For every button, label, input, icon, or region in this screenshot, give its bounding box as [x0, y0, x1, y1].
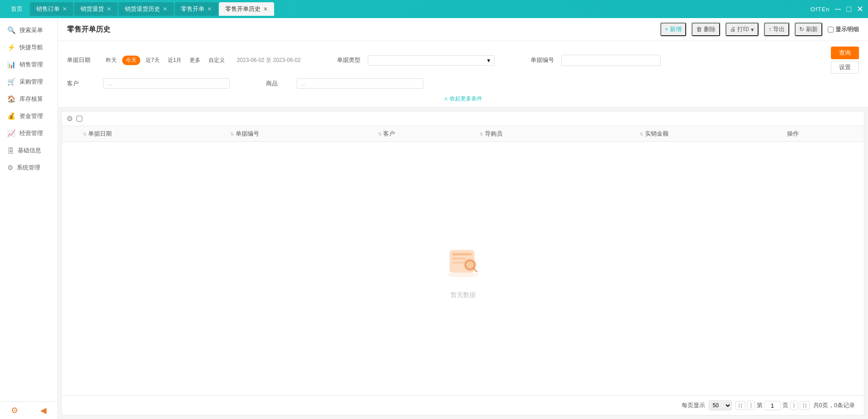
tab-home-label: 首页	[11, 5, 23, 13]
sidebar-item-search[interactable]: 🔍 搜索采单	[0, 22, 57, 39]
sort-amount-icon: ⇅	[640, 132, 643, 137]
col-amount-label: 实销金额	[645, 130, 669, 137]
query-button[interactable]: 查询	[831, 47, 859, 59]
window-controls: OfTEn ─ □ ✕	[811, 4, 863, 14]
select-all-checkbox[interactable]	[76, 116, 82, 122]
table-area: ⚙ ⇅ 单据日期 ⇅ 单据编号 ⇅ 客户 ⇅ 导购员 ⇅ 实销金额 操作	[62, 111, 864, 415]
print-button[interactable]: 🖨 打印 ▾	[726, 23, 759, 36]
sidebar-item-purchase-label: 采购管理	[19, 78, 43, 86]
sidebar-item-basic-info[interactable]: 🗄 基础信息	[0, 142, 57, 159]
date-btn-1month[interactable]: 近1月	[165, 56, 185, 65]
sort-number-icon: ⇅	[230, 132, 234, 137]
sidebar-item-purchase[interactable]: 🛒 采购管理	[0, 73, 57, 90]
sidebar-item-basic-info-label: 基础信息	[18, 146, 41, 155]
tab-retail-order-history[interactable]: 零售开单历史 ✕	[219, 2, 274, 16]
col-date-label: 单据日期	[88, 130, 112, 137]
empty-area: 暂无数据	[62, 142, 864, 395]
col-amount[interactable]: ⇅ 实销金额	[635, 126, 783, 142]
col-empty	[600, 126, 635, 142]
doc-type-select[interactable]: ▾	[368, 55, 494, 66]
sidebar-item-system[interactable]: ⚙ 系统管理	[0, 159, 57, 176]
sidebar-item-sales[interactable]: 📊 销售管理	[0, 56, 57, 73]
col-number[interactable]: ⇅ 单据编号	[226, 126, 373, 142]
sidebar-item-finance-label: 资金管理	[19, 112, 43, 120]
show-detail-checkbox-label[interactable]: 显示明细	[828, 25, 859, 33]
empty-illustration	[441, 239, 486, 284]
tab-retail-order-history-label: 零售开单历史	[225, 5, 261, 13]
sort-date-icon: ⇅	[83, 132, 86, 137]
date-btn-yesterday[interactable]: 昨天	[103, 56, 119, 65]
sidebar-collapse-button[interactable]: ◀	[40, 405, 47, 415]
sidebar-item-finance[interactable]: 💰 资金管理	[0, 108, 57, 125]
date-btn-today[interactable]: 今天	[122, 56, 140, 65]
window-max-button[interactable]: □	[846, 5, 851, 14]
col-date[interactable]: ⇅ 单据日期	[78, 126, 226, 142]
tab-sales-order[interactable]: 销售订单 ✕	[30, 2, 73, 16]
setting-button[interactable]: 设置	[831, 61, 859, 74]
tab-sales-return-label: 销货退货	[81, 5, 104, 13]
tab-sales-return-history[interactable]: 销货退货历史 ✕	[119, 2, 174, 16]
date-btn-custom[interactable]: 自定义	[206, 56, 228, 65]
show-detail-checkbox[interactable]	[828, 27, 834, 33]
svg-rect-2	[452, 253, 472, 255]
table-toolbar: ⚙	[62, 112, 864, 126]
empty-text: 暂无数据	[451, 291, 476, 299]
goods-input[interactable]: ...	[297, 78, 423, 89]
tab-sales-return-close[interactable]: ✕	[107, 6, 111, 12]
filter-row-1: 单据日期 昨天 今天 近7天 近1月 更多 自定义 2023-06-02 至 2…	[67, 47, 859, 74]
pagination: 每页显示 50 100 200 ⟨⟨ ⟨ 第 页 ⟩ ⟩⟩ 共0页，0条记录	[62, 395, 864, 415]
tab-home[interactable]: 首页	[5, 2, 29, 16]
col-salesperson[interactable]: ⇅ 导购员	[475, 126, 600, 142]
tab-retail-order-close[interactable]: ✕	[207, 6, 212, 12]
brand-name: OfTEn	[811, 6, 830, 13]
tab-retail-order[interactable]: 零售开单 ✕	[175, 2, 218, 16]
goods-label: 商品	[266, 80, 293, 88]
last-page-button[interactable]: ⟩⟩	[800, 401, 810, 410]
tab-sales-return-history-close[interactable]: ✕	[163, 6, 167, 12]
sidebar-item-inventory-label: 库存核算	[19, 95, 43, 103]
export-button[interactable]: ↑ 导出	[764, 23, 789, 36]
tab-sales-order-close[interactable]: ✕	[62, 6, 67, 12]
window-close-button[interactable]: ✕	[857, 4, 863, 14]
col-customer[interactable]: ⇅ 客户	[374, 126, 475, 142]
filter-row-2: 客户 ... 商品 ...	[67, 78, 859, 89]
table-settings-icon[interactable]: ⚙	[66, 114, 73, 123]
collapse-bar[interactable]: ∧ 收起更多条件	[67, 93, 859, 104]
doc-type-label: 单据类型	[337, 56, 364, 64]
customer-label: 客户	[67, 80, 94, 88]
per-page-select[interactable]: 50 100 200	[709, 400, 732, 410]
customer-placeholder: ...	[107, 80, 112, 87]
basic-info-icon: 🗄	[7, 147, 14, 155]
date-shortcuts: 昨天 今天 近7天 近1月 更多 自定义	[103, 56, 228, 65]
sidebar-item-nav[interactable]: ⚡ 快捷导航	[0, 39, 57, 56]
date-btn-more[interactable]: 更多	[187, 56, 203, 65]
add-button[interactable]: + 新增	[660, 23, 686, 36]
doc-type-arrow-icon: ▾	[487, 57, 490, 64]
sidebar-item-inventory[interactable]: 🏠 库存核算	[0, 90, 57, 108]
toolbar: + 新增 🗑 删除 🖨 打印 ▾ ↑ 导出 ↻ 刷新 显示明细	[660, 23, 859, 36]
sidebar-item-operations[interactable]: 📈 经营管理	[0, 125, 57, 142]
first-page-button[interactable]: ⟨⟨	[735, 401, 745, 410]
page-header: 零售开单历史 + 新增 🗑 删除 🖨 打印 ▾ ↑ 导出 ↻ 刷新 显示明细	[58, 18, 868, 41]
tab-sales-order-label: 销售订单	[36, 5, 60, 13]
col-number-label: 单据编号	[236, 130, 259, 137]
col-salesperson-label: 导购员	[485, 130, 503, 137]
next-page-button[interactable]: ⟩	[790, 401, 798, 410]
sort-customer-icon: ⇅	[378, 132, 382, 137]
window-min-button[interactable]: ─	[835, 5, 841, 14]
date-btn-7days[interactable]: 近7天	[143, 56, 162, 65]
inventory-icon: 🏠	[7, 95, 16, 103]
prev-page-button[interactable]: ⟨	[747, 401, 755, 410]
date-filter-label: 单据日期	[67, 56, 94, 64]
refresh-button[interactable]: ↻ 刷新	[795, 23, 822, 36]
purchase-icon: 🛒	[7, 78, 16, 86]
customer-input[interactable]: ...	[103, 78, 230, 89]
tab-sales-return[interactable]: 销货退货 ✕	[74, 2, 118, 16]
tab-retail-order-history-close[interactable]: ✕	[263, 6, 268, 12]
col-customer-label: 客户	[383, 130, 395, 137]
delete-button[interactable]: 🗑 删除	[692, 23, 720, 36]
sidebar-settings-button[interactable]: ⚙	[11, 405, 18, 415]
svg-point-0	[447, 272, 479, 278]
page-number-input[interactable]	[764, 401, 781, 410]
doc-number-input[interactable]	[561, 55, 661, 66]
